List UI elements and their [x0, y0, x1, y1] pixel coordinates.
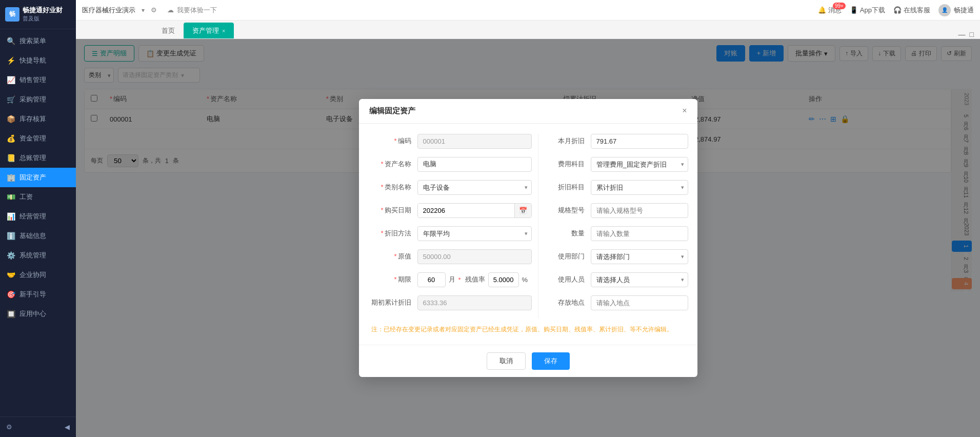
main-area: 医疗器械行业演示 ▾ ⚙ ☁ 我要体验一下 🔔 消息 99+ 📱 App下载 🎧: [76, 0, 980, 437]
name-row: *资产名称: [371, 157, 532, 172]
monthly-depreciation-label: 本月折旧: [545, 136, 591, 146]
location-row: 存放地点: [545, 295, 688, 310]
sidebar-item-总账管理[interactable]: 📒总账管理: [0, 148, 76, 168]
experience-btn[interactable]: ☁ 我要体验一下: [167, 6, 217, 15]
sidebar: 畅 畅捷通好业财 普及版 🔍搜索菜单⚡快捷导航📈销售管理🛒采购管理📦库存核算💰资…: [0, 0, 76, 437]
initial-depreciation-input[interactable]: [417, 295, 532, 310]
sidebar-item-固定资产[interactable]: 🏢固定资产: [0, 168, 76, 187]
sidebar-item-快捷导航[interactable]: ⚡快捷导航: [0, 51, 76, 70]
expense-subject-select[interactable]: 管理费用_固定资产折旧: [591, 157, 688, 172]
code-input[interactable]: [417, 134, 532, 149]
depreciation-subject-wrapper[interactable]: 累计折旧: [591, 180, 688, 195]
sidebar-item-系统管理[interactable]: ⚙️系统管理: [0, 246, 76, 265]
nav-label-10: 基础信息: [19, 231, 46, 241]
form-right-col: 本月折旧 费用科目: [538, 134, 688, 319]
category-label: *类别名称: [371, 183, 417, 192]
department-select[interactable]: 请选择部门: [591, 249, 688, 264]
service-btn[interactable]: 🎧 在线客服: [893, 6, 930, 15]
sidebar-item-采购管理[interactable]: 🛒采购管理: [0, 90, 76, 109]
spec-label: 规格型号: [545, 206, 591, 215]
original-value-label: *原值: [371, 252, 417, 261]
nav-label-8: 工资: [19, 192, 33, 202]
depreciation-method-wrapper[interactable]: 年限平均: [417, 226, 532, 241]
depreciation-method-select[interactable]: 年限平均: [417, 226, 532, 241]
settings-icon[interactable]: ⚙: [4, 421, 14, 433]
topbar-settings-icon[interactable]: ⚙: [151, 6, 157, 14]
cancel-btn[interactable]: 取消: [487, 352, 526, 370]
modal-footer: 取消 保存: [359, 345, 697, 377]
nav-label-11: 系统管理: [19, 251, 46, 260]
expense-subject-label: 费用科目: [545, 160, 591, 169]
download-btn[interactable]: 📱 App下载: [850, 6, 885, 15]
collapse-icon[interactable]: ◀: [63, 421, 72, 433]
name-input[interactable]: [417, 157, 532, 172]
sidebar-item-工资[interactable]: 💵工资: [0, 187, 76, 207]
form-grid: *编码 *资产名称: [371, 134, 685, 319]
code-row: *编码: [371, 134, 532, 149]
spec-input[interactable]: [591, 203, 688, 218]
department-wrapper[interactable]: 请选择部门: [591, 249, 688, 264]
tab-home[interactable]: 首页: [153, 23, 184, 38]
depreciation-subject-select[interactable]: 累计折旧: [591, 180, 688, 195]
user-select[interactable]: 请选择人员: [591, 272, 688, 287]
logo-icon: 畅: [5, 7, 19, 22]
window-controls: — □: [952, 30, 980, 38]
spec-row: 规格型号: [545, 203, 688, 218]
sidebar-item-资金管理[interactable]: 💰资金管理: [0, 129, 76, 148]
sidebar-item-销售管理[interactable]: 📈销售管理: [0, 70, 76, 90]
quantity-row: 数量: [545, 226, 688, 241]
save-btn[interactable]: 保存: [532, 352, 570, 370]
residual-rate-input[interactable]: [488, 272, 519, 287]
depreciation-subject-label: 折旧科目: [545, 183, 591, 192]
modal-overlay: 编辑固定资产 × *编码: [76, 39, 980, 437]
notification-btn[interactable]: 🔔 消息 99+: [818, 6, 842, 15]
period-input[interactable]: [417, 272, 446, 287]
nav-icon-5: 💰: [6, 134, 15, 143]
nav-icon-12: 🤝: [6, 270, 15, 280]
sidebar-item-企业协同[interactable]: 🤝企业协同: [0, 265, 76, 285]
nav-icon-7: 🏢: [6, 173, 15, 182]
monthly-depreciation-row: 本月折旧: [545, 134, 688, 149]
original-value-input[interactable]: [417, 249, 532, 264]
quantity-input[interactable]: [591, 226, 688, 241]
user-btn[interactable]: 👤 畅捷通: [938, 4, 974, 16]
form-note: 注：已经存在变更记录或者对应固定资产已经生成凭证，原值、购买日期、残值率、累计折…: [371, 321, 685, 334]
sidebar-item-基础信息[interactable]: ℹ️基础信息: [0, 226, 76, 246]
modal-header: 编辑固定资产 ×: [359, 99, 697, 124]
sidebar-item-搜索菜单[interactable]: 🔍搜索菜单: [0, 31, 76, 51]
nav-label-1: 快捷导航: [19, 56, 46, 65]
monthly-depreciation-input[interactable]: [591, 134, 688, 149]
category-select-input[interactable]: 电子设备: [417, 180, 532, 195]
purchase-date-row: *购买日期 📅: [371, 203, 532, 218]
sidebar-bottom: ⚙ ◀: [0, 416, 76, 437]
sidebar-item-应用中心[interactable]: 🔲应用中心: [0, 304, 76, 324]
industry-dropdown-icon[interactable]: ▾: [142, 7, 145, 14]
purchase-date-input[interactable]: [418, 204, 514, 217]
name-label: *资产名称: [371, 160, 417, 169]
nav-label-3: 采购管理: [19, 95, 46, 104]
location-input[interactable]: [591, 295, 688, 310]
nav-label-12: 企业协同: [19, 270, 46, 280]
topbar-right: 🔔 消息 99+ 📱 App下载 🎧 在线客服 👤 畅捷通: [818, 4, 974, 16]
category-select-form[interactable]: 电子设备: [417, 180, 532, 195]
tab-asset-management[interactable]: 资产管理 ×: [184, 23, 234, 38]
user-label: 使用人员: [545, 275, 591, 284]
expense-subject-wrapper[interactable]: 管理费用_固定资产折旧: [591, 157, 688, 172]
sidebar-item-库存核算[interactable]: 📦库存核算: [0, 109, 76, 129]
edit-asset-modal: 编辑固定资产 × *编码: [359, 99, 697, 377]
nav-label-4: 库存核算: [19, 114, 46, 124]
sidebar-item-经营管理[interactable]: 📊经营管理: [0, 207, 76, 226]
nav-icon-8: 💵: [6, 192, 15, 202]
nav-label-6: 总账管理: [19, 153, 46, 163]
nav-label-14: 应用中心: [19, 309, 46, 319]
maximize-icon[interactable]: □: [970, 30, 974, 38]
calendar-icon[interactable]: 📅: [514, 204, 531, 217]
minimize-icon[interactable]: —: [958, 30, 966, 38]
modal-body: *编码 *资产名称: [359, 124, 697, 345]
sidebar-item-新手引导[interactable]: 🎯新手引导: [0, 285, 76, 304]
cloud-icon: ☁: [167, 6, 174, 14]
modal-close-btn[interactable]: ×: [682, 106, 687, 115]
user-wrapper[interactable]: 请选择人员: [591, 272, 688, 287]
tab-close-icon[interactable]: ×: [222, 28, 225, 34]
quantity-label: 数量: [545, 229, 591, 238]
